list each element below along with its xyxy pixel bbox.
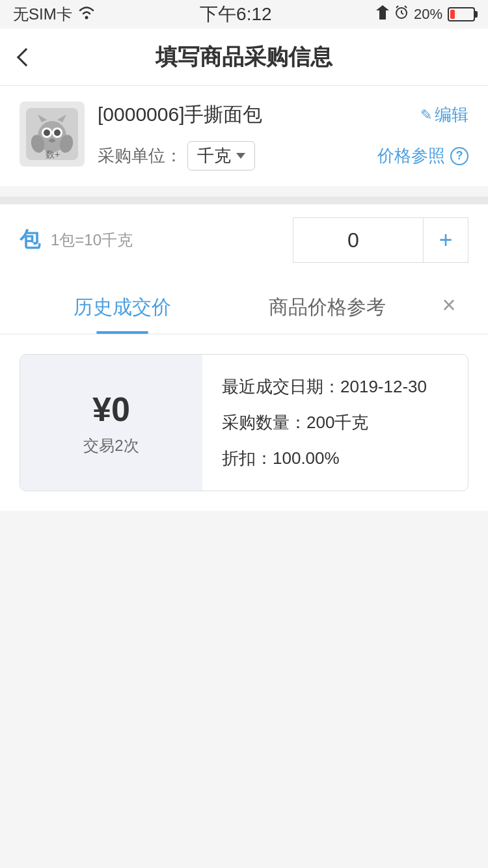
dropdown-arrow-icon xyxy=(236,153,245,159)
tab-panel: 历史成交价 商品价格参考 × ¥0 交易2次 最近成交日期：2019-12-30… xyxy=(0,276,488,511)
product-info: [0000006]手撕面包 ✎ 编辑 采购单位： 千克 价格参照 xyxy=(98,102,468,170)
product-name: [0000006]手撕面包 xyxy=(98,102,262,128)
product-image: 数+ xyxy=(20,102,85,167)
help-text: ? xyxy=(456,149,463,163)
svg-point-12 xyxy=(49,139,55,142)
quantity-section: 包 1包=10千克 + xyxy=(0,204,488,276)
page-background xyxy=(0,511,488,868)
purchase-qty-row: 采购数量：200千克 xyxy=(222,410,448,435)
status-time: 下午6:12 xyxy=(200,2,272,27)
product-logo-icon: 数+ xyxy=(26,108,78,160)
edit-button[interactable]: ✎ 编辑 xyxy=(420,103,468,126)
unit-select-dropdown[interactable]: 千克 xyxy=(187,141,255,170)
unit-label: 采购单位： xyxy=(98,144,182,167)
price-ref-button[interactable]: 价格参照 ? xyxy=(377,144,468,167)
alarm-icon xyxy=(394,5,409,23)
back-button[interactable] xyxy=(0,29,52,86)
product-section: 数+ [0000006]手撕面包 ✎ 编辑 采购单位： 千克 xyxy=(0,86,488,186)
wifi-icon xyxy=(77,5,96,23)
nav-bar: 填写商品采购信息 xyxy=(0,29,488,86)
package-label: 包 xyxy=(20,226,40,254)
section-divider xyxy=(0,197,488,204)
history-trades: 交易2次 xyxy=(83,435,139,456)
recent-date-value: 2019-12-30 xyxy=(340,377,427,396)
history-card-right: 最近成交日期：2019-12-30 采购数量：200千克 折扣：100.00% xyxy=(202,355,468,491)
tab-header: 历史成交价 商品价格参考 × xyxy=(0,276,488,334)
svg-line-4 xyxy=(396,6,398,8)
svg-point-10 xyxy=(44,129,50,136)
help-icon: ? xyxy=(450,147,468,165)
page-title: 填写商品采购信息 xyxy=(52,42,436,72)
discount-row: 折扣：100.00% xyxy=(222,446,448,471)
carrier-text: 无SIM卡 xyxy=(13,4,72,25)
recent-date-label: 最近成交日期： xyxy=(222,377,340,396)
discount-value: 100.00% xyxy=(273,448,340,468)
recent-date-row: 最近成交日期：2019-12-30 xyxy=(222,374,448,400)
tab-price-reference[interactable]: 商品价格参考 xyxy=(224,276,429,334)
svg-line-5 xyxy=(405,6,407,8)
purchase-qty-label: 采购数量： xyxy=(222,413,306,432)
status-indicators: 20% xyxy=(376,5,475,23)
svg-point-0 xyxy=(85,16,88,20)
history-price: ¥0 xyxy=(92,390,130,429)
quantity-input[interactable] xyxy=(293,217,423,263)
battery-icon xyxy=(448,7,475,21)
edit-label: 编辑 xyxy=(435,103,468,126)
product-row: 数+ [0000006]手撕面包 ✎ 编辑 采购单位： 千克 xyxy=(20,102,468,170)
status-bar: 无SIM卡 下午6:12 20% xyxy=(0,0,488,29)
discount-label: 折扣： xyxy=(222,448,273,468)
battery-text: 20% xyxy=(414,6,442,23)
quantity-plus-button[interactable]: + xyxy=(423,217,468,263)
unit-row: 采购单位： 千克 价格参照 ? xyxy=(98,141,468,170)
history-card: ¥0 交易2次 最近成交日期：2019-12-30 采购数量：200千克 折扣：… xyxy=(20,354,468,491)
status-carrier: 无SIM卡 xyxy=(13,4,96,25)
tab-reference-label: 商品价格参考 xyxy=(269,296,386,318)
price-ref-label: 价格参照 xyxy=(377,144,445,167)
tab-close-button[interactable]: × xyxy=(429,286,468,325)
package-conversion: 1包=10千克 xyxy=(51,230,133,251)
history-card-left: ¥0 交易2次 xyxy=(20,355,202,491)
edit-icon: ✎ xyxy=(420,107,432,124)
product-name-row: [0000006]手撕面包 ✎ 编辑 xyxy=(98,102,468,128)
tab-history-price[interactable]: 历史成交价 xyxy=(20,276,224,334)
purchase-qty-value: 200千克 xyxy=(306,413,368,432)
tab-history-label: 历史成交价 xyxy=(74,296,171,318)
svg-text:数+: 数+ xyxy=(46,149,60,159)
back-arrow-icon xyxy=(17,47,35,66)
unit-value: 千克 xyxy=(197,144,231,167)
svg-line-3 xyxy=(401,13,403,14)
quantity-input-group: + xyxy=(293,217,468,263)
svg-point-11 xyxy=(54,129,61,136)
location-icon xyxy=(376,5,389,23)
tab-content-history: ¥0 交易2次 最近成交日期：2019-12-30 采购数量：200千克 折扣：… xyxy=(0,334,488,511)
quantity-label-group: 包 1包=10千克 xyxy=(20,226,133,254)
